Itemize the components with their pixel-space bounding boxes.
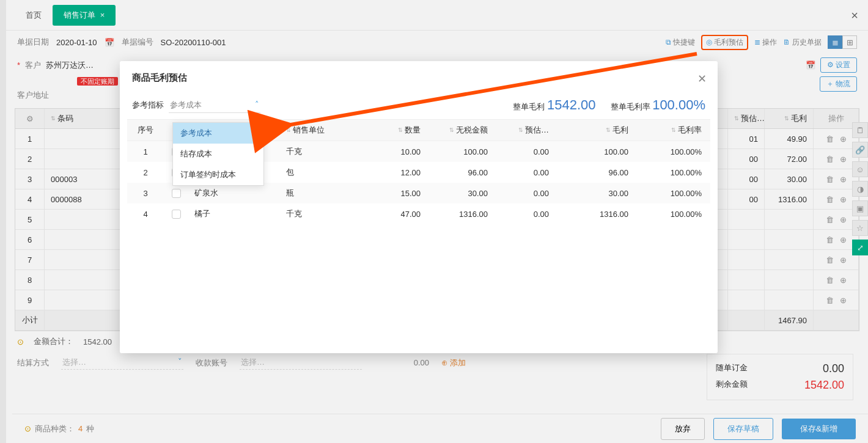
mcol-amt[interactable]: ⇅无税金额 bbox=[427, 120, 494, 141]
mrow-est: 0.00 bbox=[494, 141, 555, 162]
mrow-est: 0.00 bbox=[494, 203, 555, 224]
total-profit-label: 整单毛利 bbox=[513, 102, 545, 111]
mrow-unit: 包 bbox=[280, 162, 359, 183]
mrow-profit: 96.00 bbox=[555, 162, 634, 183]
row-checkbox[interactable] bbox=[172, 210, 181, 219]
modal-row: 3矿泉水瓶15.0030.000.0030.00100.00% bbox=[127, 183, 710, 203]
mrow-qty: 12.00 bbox=[359, 162, 427, 183]
mrow-idx: 2 bbox=[127, 162, 164, 183]
mrow-amt: 30.00 bbox=[427, 183, 494, 203]
mrow-amt: 100.00 bbox=[427, 141, 494, 162]
modal-filter-bar: 参考指标 参考成本 ˄ 整单毛利 1542.00 整单毛利率 100.00% bbox=[120, 95, 718, 119]
mrow-unit: 千克 bbox=[280, 141, 359, 162]
mcol-rate[interactable]: ⇅毛利率 bbox=[634, 120, 708, 141]
modal-title: 商品毛利预估 bbox=[120, 61, 718, 95]
ref-select[interactable]: 参考成本 ˄ bbox=[169, 98, 260, 113]
profit-modal: 商品毛利预估 ✕ 参考指标 参考成本 ˄ 整单毛利 1542.00 整单毛利率 … bbox=[120, 61, 718, 353]
total-rate-label: 整单毛利率 bbox=[611, 102, 650, 111]
mrow-unit: 瓶 bbox=[280, 183, 359, 203]
mrow-idx: 1 bbox=[127, 141, 164, 162]
modal-close-icon[interactable]: ✕ bbox=[697, 72, 707, 86]
mcol-profit[interactable]: ⇅毛利 bbox=[555, 120, 634, 141]
mcol-qty[interactable]: ⇅数量 bbox=[359, 120, 427, 141]
mcol-unit[interactable]: ⇅销售单位 bbox=[280, 120, 359, 141]
mrow-idx: 4 bbox=[127, 203, 164, 224]
mrow-qty: 10.00 bbox=[359, 141, 427, 162]
dropdown-option[interactable]: 订单签约时成本 bbox=[173, 164, 263, 185]
profit-summary: 整单毛利 1542.00 整单毛利率 100.00% bbox=[513, 97, 705, 113]
mrow-rate: 100.00% bbox=[634, 203, 708, 224]
dropdown-option[interactable]: 参考成本 bbox=[173, 123, 263, 144]
total-rate-value: 100.00% bbox=[652, 97, 705, 112]
mrow-rate: 100.00% bbox=[634, 141, 708, 162]
mrow-profit: 30.00 bbox=[555, 183, 634, 203]
dropdown-option[interactable]: 结存成本 bbox=[173, 144, 263, 164]
mrow-name: 矿泉水 bbox=[188, 183, 280, 203]
mrow-profit: 100.00 bbox=[555, 141, 634, 162]
mrow-amt: 96.00 bbox=[427, 162, 494, 183]
mrow-est: 0.00 bbox=[494, 162, 555, 183]
ref-label: 参考指标 bbox=[132, 100, 164, 111]
ref-select-value: 参考成本 bbox=[170, 100, 202, 111]
mrow-qty: 47.00 bbox=[359, 203, 427, 224]
mrow-name: 橘子 bbox=[188, 203, 280, 224]
mrow-rate: 100.00% bbox=[634, 183, 708, 203]
ref-dropdown: 参考成本结存成本订单签约时成本 bbox=[172, 122, 264, 186]
mrow-profit: 1316.00 bbox=[555, 203, 634, 224]
chevron-up-icon: ˄ bbox=[255, 100, 259, 111]
mrow-est: 0.00 bbox=[494, 183, 555, 203]
modal-row: 4橘子千克47.001316.000.001316.00100.00% bbox=[127, 203, 710, 224]
mrow-rate: 100.00% bbox=[634, 162, 708, 183]
mrow-amt: 1316.00 bbox=[427, 203, 494, 224]
total-profit-value: 1542.00 bbox=[547, 97, 596, 112]
mcol-idx: 序号 bbox=[127, 120, 164, 141]
mrow-unit: 千克 bbox=[280, 203, 359, 224]
row-checkbox[interactable] bbox=[172, 189, 181, 198]
mcol-est[interactable]: ⇅预估… bbox=[494, 120, 555, 141]
mrow-qty: 15.00 bbox=[359, 183, 427, 203]
mrow-idx: 3 bbox=[127, 183, 164, 203]
